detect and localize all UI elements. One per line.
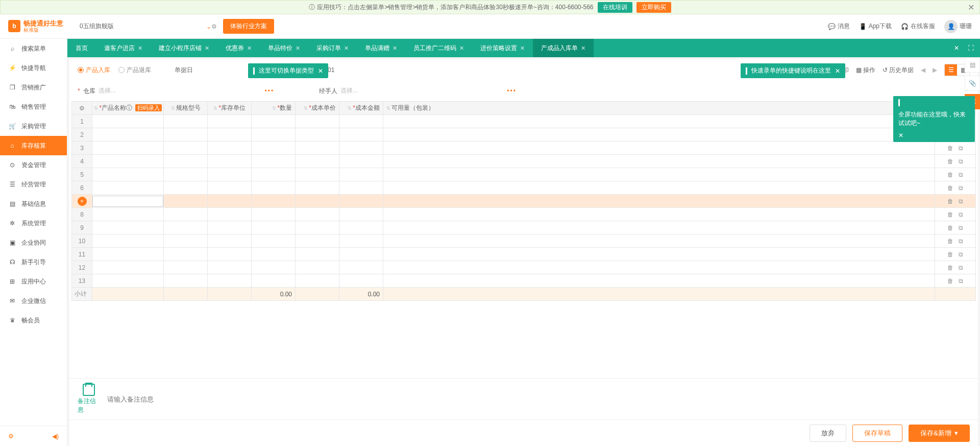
save-draft-button[interactable]: 保存草稿: [852, 425, 902, 442]
tab[interactable]: 产成品入库单✕: [533, 39, 594, 57]
org-selector[interactable]: 0五组旗舰版 ⌄: [80, 22, 211, 31]
table-row[interactable]: 8🗑⧉: [72, 208, 976, 221]
sidebar-item[interactable]: ✲系统管理: [0, 214, 67, 233]
sidebar-item[interactable]: ⌕搜索菜单: [0, 39, 67, 58]
trial-button[interactable]: 体验行业方案: [223, 19, 274, 34]
col-spec[interactable]: ⇅规格型号: [164, 102, 208, 115]
tab-close-icon[interactable]: ✕: [205, 45, 209, 52]
user-menu[interactable]: 👤 珊珊: [944, 20, 972, 33]
copy-row-icon[interactable]: ⧉: [959, 145, 963, 152]
table-row[interactable]: 4🗑⧉: [72, 155, 976, 168]
delete-row-icon[interactable]: 🗑: [947, 198, 953, 205]
more-icon[interactable]: •••: [265, 87, 275, 95]
tab-close-icon[interactable]: ✕: [459, 45, 464, 52]
save-new-button[interactable]: 保存&新增▾: [909, 425, 970, 442]
tab[interactable]: 建立小程序店铺✕: [151, 39, 217, 57]
tab[interactable]: 单品特价✕: [260, 39, 308, 57]
tab[interactable]: 邀客户进店✕: [96, 39, 151, 57]
table-row[interactable]: 3🗑⧉: [72, 142, 976, 155]
delete-row-icon[interactable]: 🗑: [947, 171, 953, 178]
buy-now-button[interactable]: 立即购买: [636, 2, 671, 13]
sidebar-item[interactable]: ☊新手引导: [0, 252, 67, 272]
delete-row-icon[interactable]: 🗑: [947, 211, 953, 218]
warehouse-field[interactable]: *仓库 选择... •••: [78, 86, 274, 96]
sidebar-item[interactable]: ⚡快捷导航: [0, 58, 67, 78]
rail-note-icon[interactable]: ▤: [965, 57, 980, 73]
table-row[interactable]: 10🗑⧉: [72, 234, 976, 248]
product-input[interactable]: [92, 196, 163, 207]
scan-tag[interactable]: 扫码录入: [135, 104, 162, 111]
org-settings-icon[interactable]: ⚙: [211, 23, 217, 30]
remark-input[interactable]: [107, 395, 970, 403]
col-product[interactable]: ⇅*产品名称ⓘ 扫码录入: [92, 102, 164, 115]
tabs-expand-icon[interactable]: ⛶: [965, 42, 977, 54]
copy-row-icon[interactable]: ⧉: [959, 171, 963, 178]
copy-row-icon[interactable]: ⧉: [959, 198, 963, 205]
handler-field[interactable]: 经手人 选择... •••: [319, 86, 517, 96]
discard-button[interactable]: 放弃: [810, 425, 846, 442]
sidebar-item[interactable]: 🛍销售管理: [0, 97, 67, 116]
rail-attach-icon[interactable]: 📎: [965, 76, 980, 91]
sidebar-item[interactable]: ⊞应用中心: [0, 272, 67, 291]
table-row[interactable]: 2🗑⧉: [72, 128, 976, 142]
copy-row-icon[interactable]: ⧉: [959, 238, 963, 245]
sidebar-item[interactable]: ☰经营管理: [0, 175, 67, 194]
history-button[interactable]: ↺历史单据: [883, 66, 914, 75]
table-row[interactable]: 9🗑⧉: [72, 221, 976, 234]
delete-row-icon[interactable]: 🗑: [947, 158, 953, 165]
tabs-close-all-icon[interactable]: ✕: [950, 42, 963, 54]
banner-close-icon[interactable]: ✕: [968, 3, 974, 12]
table-row[interactable]: 11🗑⧉: [72, 248, 976, 261]
col-qty[interactable]: ⇅*数量: [252, 102, 296, 115]
sidebar-item[interactable]: 🛒采购管理: [0, 116, 67, 136]
tooltip-close-icon[interactable]: ✕: [898, 132, 903, 139]
customer-service-link[interactable]: 🎧在线客服: [901, 22, 935, 31]
delete-row-icon[interactable]: 🗑: [947, 238, 953, 245]
col-amount[interactable]: ⇅*成本金额: [339, 102, 383, 115]
settings-icon[interactable]: ⚙: [8, 433, 14, 440]
tab-close-icon[interactable]: ✕: [344, 45, 349, 52]
sidebar-item[interactable]: ❐营销推广: [0, 78, 67, 97]
tab-close-icon[interactable]: ✕: [247, 45, 252, 52]
messages-link[interactable]: 💬消息: [828, 22, 850, 31]
tab[interactable]: 优惠券✕: [217, 39, 260, 57]
help-icon[interactable]: ⓘ: [126, 104, 132, 111]
tab-close-icon[interactable]: ✕: [393, 45, 397, 52]
copy-row-icon[interactable]: ⧉: [959, 184, 963, 192]
collapse-icon[interactable]: ◀): [52, 433, 59, 440]
delete-row-icon[interactable]: 🗑: [947, 264, 953, 271]
tab[interactable]: 采购订单✕: [308, 39, 357, 57]
sidebar-item[interactable]: ⌂库存核算: [0, 136, 67, 155]
copy-row-icon[interactable]: ⧉: [959, 251, 963, 258]
tab[interactable]: 员工推广二维码✕: [405, 39, 472, 57]
table-row[interactable]: 1🗑⧉: [72, 115, 976, 128]
operate-button[interactable]: ▦操作: [856, 66, 875, 75]
sidebar-item[interactable]: ✉企业微信: [0, 291, 67, 311]
view-list-icon[interactable]: ☰: [945, 64, 957, 76]
delete-row-icon[interactable]: 🗑: [947, 224, 953, 231]
table-row[interactable]: 5🗑⧉: [72, 168, 976, 181]
copy-row-icon[interactable]: ⧉: [959, 211, 963, 218]
sidebar-item[interactable]: ▣企业协同: [0, 233, 67, 252]
delete-row-icon[interactable]: 🗑: [947, 277, 953, 285]
delete-row-icon[interactable]: 🗑: [947, 184, 953, 192]
col-available[interactable]: ⇅可用量（包装）: [383, 102, 935, 115]
tab-close-icon[interactable]: ✕: [138, 45, 142, 52]
copy-row-icon[interactable]: ⧉: [959, 158, 963, 165]
col-price[interactable]: ⇅*成本单价: [296, 102, 339, 115]
table-row[interactable]: 12🗑⧉: [72, 261, 976, 274]
sidebar-item[interactable]: ⊙资金管理: [0, 155, 67, 175]
delete-row-icon[interactable]: 🗑: [947, 145, 953, 152]
tab[interactable]: 单品满赠✕: [357, 39, 405, 57]
app-download-link[interactable]: 📱App下载: [859, 22, 892, 31]
doc-type-in-radio[interactable]: 产品入库: [78, 66, 110, 75]
delete-row-icon[interactable]: 🗑: [947, 251, 953, 258]
tab-close-icon[interactable]: ✕: [520, 45, 525, 52]
sidebar-item[interactable]: ♛畅会员: [0, 311, 67, 330]
table-row[interactable]: +🗑⧉: [72, 195, 976, 208]
sidebar-item[interactable]: ▤基础信息: [0, 194, 67, 214]
tab[interactable]: 进价策略设置✕: [472, 39, 533, 57]
copy-row-icon[interactable]: ⧉: [959, 224, 963, 231]
col-gear[interactable]: ⚙: [72, 102, 92, 115]
tab[interactable]: 首页: [67, 39, 96, 57]
